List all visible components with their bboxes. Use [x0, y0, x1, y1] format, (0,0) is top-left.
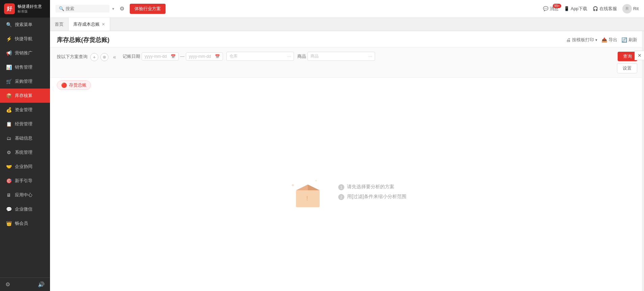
sidebar-icon-enterprise: 🤝 — [5, 163, 12, 170]
sidebar-item-member[interactable]: 👑 畅会员 — [0, 216, 50, 231]
sidebar-item-basic[interactable]: 🗂 基础信息 — [0, 131, 50, 145]
sidebar-item-corpwechat[interactable]: 💬 企业微信 — [0, 202, 50, 216]
page-header: 库存总账(存货总账) 🖨 按模板打印 ▾ 📤 导出 🔄 刷新 — [50, 31, 644, 48]
online-service-btn[interactable]: 🎧 在线客服 — [593, 6, 617, 12]
sidebar-item-operation[interactable]: 📋 经营管理 — [0, 117, 50, 131]
hint-text-1: 请先选择要分析的方案 — [347, 184, 394, 190]
settings-icon[interactable]: ⚙ — [5, 281, 10, 288]
sidebar-nav: 🔍 搜索菜单 ⚡ 快捷导航 📢 营销推广 📊 销售管理 🛒 采购管理 📦 库存核… — [0, 18, 50, 277]
message-badge: 99+ — [553, 4, 561, 8]
search-box[interactable]: 🔍 — [55, 5, 109, 13]
print-label: 按模板打印 — [572, 37, 594, 43]
logo-icon: 好 — [4, 3, 15, 14]
sidebar-label-search: 搜索菜单 — [15, 22, 32, 28]
goods-more-icon[interactable]: ··· — [368, 54, 372, 59]
print-btn[interactable]: 🖨 按模板打印 ▾ — [566, 37, 597, 43]
sidebar-item-sales[interactable]: 📊 销售管理 — [0, 60, 50, 74]
industry-btn[interactable]: 体验行业方案 — [130, 4, 166, 14]
export-label: 导出 — [609, 37, 617, 43]
content: 库存总账(存货总账) 🖨 按模板打印 ▾ 📤 导出 🔄 刷新 — [50, 31, 644, 291]
sidebar-label-appcenter: 应用中心 — [15, 192, 32, 198]
content-wrapper: 库存总账(存货总账) 🖨 按模板打印 ▾ 📤 导出 🔄 刷新 — [50, 31, 644, 291]
page-header-actions: 🖨 按模板打印 ▾ 📤 导出 🔄 刷新 — [566, 37, 637, 43]
hint-num-1: 1 — [338, 184, 344, 190]
date-start-input[interactable]: yyyy-mm-dd 📅 — [142, 52, 179, 60]
tab-close-icon[interactable]: ✕ — [102, 22, 105, 27]
sidebar-item-finance[interactable]: 💰 资金管理 — [0, 103, 50, 117]
settings-gear-icon[interactable]: ⚙ — [117, 4, 127, 14]
right-panel-close-btn[interactable]: ✕ — [635, 51, 644, 60]
search-input[interactable] — [66, 6, 106, 11]
sidebar-item-search[interactable]: 🔍 搜索菜单 — [0, 18, 50, 32]
app-download-btn[interactable]: 📱 App下载 — [564, 6, 587, 12]
app-download-label: App下载 — [571, 6, 587, 12]
filter-bar: 按以下方案查询 + ⊗ « 记账日期 yyyy-mm-dd 📅 — — [50, 48, 644, 78]
filter-settings-btn[interactable]: 设置 — [617, 63, 637, 73]
sidebar-item-newguide[interactable]: 🎯 新手引导 — [0, 174, 50, 188]
warehouse-more-icon[interactable]: ··· — [287, 54, 291, 59]
tab-home-label: 首页 — [55, 21, 64, 27]
scheme-tag-inventory[interactable]: 🔴 存货总账 — [57, 80, 91, 90]
search-icon: 🔍 — [59, 6, 64, 11]
svg-text:!: ! — [306, 195, 308, 202]
goods-input[interactable]: 商品 ··· — [307, 52, 375, 61]
sidebar-icon-system: ⚙ — [5, 149, 12, 156]
empty-hint-2: 2 用[过滤]条件来缩小分析范围 — [338, 194, 406, 200]
empty-state: ✦ ✦ ! 1 请先选择要分析的方案 2 用[过滤]条 — [50, 93, 644, 291]
speaker-icon[interactable]: 🔊 — [38, 281, 45, 288]
avatar: R — [622, 4, 632, 14]
sidebar-label-inventory: 库存核算 — [15, 93, 32, 99]
filter-buttons: 查询 设置 — [617, 52, 637, 73]
sidebar-item-marketing[interactable]: 📢 营销推广 — [0, 46, 50, 60]
sidebar-label-finance: 资金管理 — [15, 107, 32, 113]
empty-hint-1: 1 请先选择要分析的方案 — [338, 184, 406, 190]
sidebar-item-purchase[interactable]: 🛒 采购管理 — [0, 74, 50, 89]
sidebar-item-enterprise[interactable]: 🤝 企业协同 — [0, 160, 50, 174]
tab-inventory-label: 库存成本总账 — [73, 21, 100, 27]
scheme-tag-label: 存货总账 — [69, 82, 86, 88]
search-chevron-icon[interactable]: ▾ — [112, 6, 114, 11]
resize-handle[interactable] — [642, 31, 644, 291]
sidebar: 好 畅捷通好生意 标准版 🔍 搜索菜单 ⚡ 快捷导航 📢 营销推广 📊 销售管理… — [0, 0, 50, 291]
warehouse-field-group: 仓库 ··· — [226, 52, 294, 61]
sidebar-item-system[interactable]: ⚙ 系统管理 — [0, 145, 50, 160]
sidebar-label-sales: 销售管理 — [15, 64, 32, 70]
sidebar-label-quicknav: 快捷导航 — [15, 36, 32, 42]
filter-delete-btn[interactable]: ⊗ — [100, 53, 108, 61]
filter-add-btn[interactable]: + — [90, 53, 98, 61]
warehouse-input[interactable]: 仓库 ··· — [226, 52, 294, 61]
goods-field-label: 商品 — [297, 53, 306, 59]
sidebar-label-newguide: 新手引导 — [15, 178, 32, 184]
message-btn[interactable]: 💬 消息 99+ — [543, 6, 559, 12]
date-field-label: 记账日期 — [123, 53, 140, 59]
user-profile[interactable]: R Rit — [622, 4, 639, 14]
calendar-end-icon[interactable]: 📅 — [215, 54, 220, 59]
hint-text-2: 用[过滤]条件来缩小分析范围 — [347, 194, 406, 200]
sidebar-icon-member: 👑 — [5, 220, 12, 227]
warehouse-placeholder: 仓库 — [229, 53, 238, 59]
tab-home[interactable]: 首页 — [50, 18, 69, 31]
sidebar-icon-finance: 💰 — [5, 106, 12, 113]
sidebar-item-quicknav[interactable]: ⚡ 快捷导航 — [0, 32, 50, 46]
date-end-input[interactable]: yyyy-mm-dd 📅 — [186, 52, 223, 60]
refresh-btn[interactable]: 🔄 刷新 — [621, 37, 637, 43]
sidebar-label-purchase: 采购管理 — [15, 78, 32, 84]
filter-actions: + ⊗ « — [90, 52, 119, 61]
export-btn[interactable]: 📤 导出 — [601, 37, 617, 43]
online-service-label: 在线客服 — [599, 6, 617, 12]
refresh-icon: 🔄 — [621, 37, 627, 43]
sidebar-item-appcenter[interactable]: 🖥 应用中心 — [0, 188, 50, 202]
sidebar-icon-operation: 📋 — [5, 121, 12, 127]
date-start-placeholder: yyyy-mm-dd — [145, 54, 167, 59]
export-icon: 📤 — [601, 37, 607, 43]
sidebar-label-operation: 经营管理 — [15, 121, 32, 127]
sidebar-logo: 好 畅捷通好生意 标准版 — [0, 0, 50, 18]
calendar-start-icon[interactable]: 📅 — [171, 54, 176, 59]
filter-collapse-btn[interactable]: « — [110, 53, 119, 61]
app-version: 标准版 — [18, 9, 42, 14]
headset-icon: 🎧 — [593, 6, 598, 11]
svg-marker-2 — [308, 185, 320, 190]
topbar: 🔍 ▾ ⚙ 体验行业方案 💬 消息 99+ 📱 App下载 🎧 在线客服 R — [50, 0, 644, 18]
sidebar-item-inventory[interactable]: 📦 库存核算 — [0, 89, 50, 103]
tab-inventory-ledger[interactable]: 库存成本总账 ✕ — [69, 18, 110, 31]
